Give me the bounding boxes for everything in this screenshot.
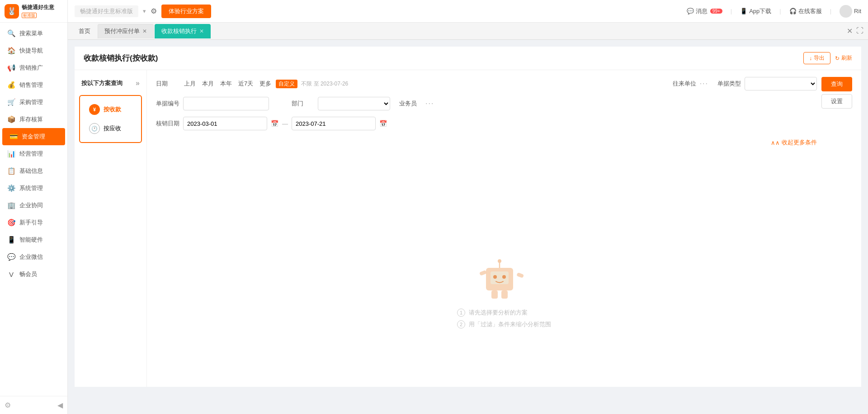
date-shortcuts: 上月 本月 本年 近7天 更多 自定义 (182, 79, 297, 89)
settings-btn[interactable]: 设置 (821, 94, 852, 109)
filter-panel: 按以下方案查询 » ¥ 按收款 🕐 按应收 (75, 70, 147, 387)
verify-date-start[interactable] (183, 117, 267, 130)
sidebar-item-nav[interactable]: 🏠 快捷导航 (0, 42, 67, 59)
svg-rect-5 (516, 272, 524, 278)
logo-badge: 标准版 (22, 13, 37, 18)
user-profile-btn[interactable]: Rit (840, 5, 861, 18)
partner-field: 往来单位 ··· (673, 80, 708, 88)
filter-item-receipt[interactable]: ¥ 按收款 (82, 100, 139, 119)
page-header-actions: ↓ 导出 ↻ 刷新 (803, 52, 852, 64)
topbar-settings-icon[interactable]: ⚙ (151, 7, 157, 15)
doc-type-field: 单据类型 (717, 77, 817, 90)
filter-panel-title: 按以下方案查询 » (75, 77, 146, 93)
page-header: 收款核销执行(按收款) ↓ 导出 ↻ 刷新 (75, 47, 861, 70)
collapse-more-btn[interactable]: ∧∧ 收起更多条件 (156, 137, 817, 148)
expand-icon[interactable]: ⛶ (856, 27, 863, 35)
logo-icon: 🐰 (5, 4, 19, 19)
cal-start-icon[interactable]: 📅 (271, 120, 278, 127)
sidebar-item-vip[interactable]: V 畅会员 (0, 266, 67, 283)
shortcut-this-month[interactable]: 本月 (200, 79, 216, 89)
shortcut-last7days[interactable]: 近7天 (236, 79, 255, 89)
doc-type-select[interactable] (745, 77, 817, 90)
shortcut-last-month[interactable]: 上月 (182, 79, 198, 89)
system-icon: ⚙️ (7, 184, 16, 192)
username: Rit (854, 8, 861, 14)
topbar-dropdown-arrow[interactable]: ▾ (143, 8, 146, 14)
svg-rect-7 (501, 290, 508, 299)
topbar-brand: 畅捷通好生意标准版 (75, 5, 138, 17)
query-btn[interactable]: 查询 (821, 77, 852, 91)
filter-item-receivable[interactable]: 🕐 按应收 (82, 119, 139, 138)
refresh-icon: ↻ (835, 55, 840, 62)
tab-close-prepay[interactable]: ✕ (142, 28, 147, 34)
hint-2: 2 用「过滤」条件来缩小分析范围 (457, 320, 551, 328)
svg-rect-6 (491, 290, 498, 299)
export-btn[interactable]: ↓ 导出 (803, 52, 830, 64)
sidebar-item-hardware[interactable]: 📱 智能硬件 (0, 231, 67, 248)
tab-close-collection[interactable]: ✕ (199, 28, 204, 34)
svg-rect-4 (479, 270, 487, 276)
verify-date-end[interactable] (292, 117, 376, 130)
sidebar-menu: 🔍 搜索菜单 🏠 快捷导航 📢 营销推广 💰 销售管理 🛒 采购管理 📦 库存核… (0, 23, 67, 396)
collapse-sidebar-icon[interactable]: ◀ (57, 401, 63, 409)
empty-state: 1 请先选择要分析的方案 2 用「过滤」条件来缩小分析范围 (147, 199, 861, 387)
dept-select[interactable] (318, 97, 390, 110)
page-content: 收款核销执行(按收款) ↓ 导出 ↻ 刷新 按以下方案查询 » (68, 40, 868, 414)
search-icon: 🔍 (7, 29, 16, 38)
messages-badge: 99+ (710, 9, 722, 14)
svg-point-3 (502, 275, 506, 279)
sales-icon: 💰 (7, 81, 16, 89)
sidebar-item-basics[interactable]: 📋 基础信息 (0, 162, 67, 180)
home-icon: 🏠 (7, 47, 16, 55)
sidebar-item-operations[interactable]: 📊 经营管理 (0, 145, 67, 162)
tab-prepay[interactable]: 预付冲应付单 ✕ (98, 24, 154, 38)
date-custom-tag[interactable]: 自定义 (276, 80, 297, 88)
partner-dots: ··· (700, 80, 708, 88)
sidebar-item-purchase[interactable]: 🛒 采购管理 (0, 94, 67, 111)
sidebar-item-guide[interactable]: 🎯 新手引导 (0, 214, 67, 231)
settings-footer-icon[interactable]: ⚙ (5, 401, 11, 409)
close-tab-icon[interactable]: ✕ (847, 27, 853, 35)
operations-icon: 📊 (7, 150, 16, 158)
tab-collection[interactable]: 收款核销执行 ✕ (155, 24, 211, 38)
verify-date-field: 核销日期 📅 — 📅 (156, 117, 387, 130)
right-panel: 日期 上月 本月 本年 近7天 更多 自定义 不 (147, 70, 861, 387)
query-fields: 日期 上月 本月 本年 近7天 更多 自定义 不 (156, 77, 817, 148)
doc-num-input[interactable] (183, 97, 269, 110)
tab-home[interactable]: 首页 (72, 24, 97, 38)
online-service-btn[interactable]: 🎧 在线客服 (789, 7, 822, 15)
sidebar-item-sales[interactable]: 💰 销售管理 (0, 76, 67, 94)
avatar (840, 5, 852, 18)
sidebar-item-marketing[interactable]: 📢 营销推广 (0, 59, 67, 76)
capital-icon: 💳 (9, 133, 18, 141)
sidebar-item-inventory[interactable]: 📦 库存核算 (0, 111, 67, 128)
main-area: 畅捷通好生意标准版 ▾ ⚙ 体验行业方案 💬 消息 99+ | 📱 App下载 … (68, 0, 868, 414)
app-download-btn[interactable]: 📱 App下载 (740, 7, 771, 15)
sidebar-item-capital[interactable]: 💳 资金管理 (2, 128, 65, 145)
sidebar-item-system[interactable]: ⚙️ 系统管理 (0, 180, 67, 197)
dept-field: 部门 (292, 97, 390, 110)
empty-illustration (477, 254, 527, 300)
collapse-icon: ∧∧ (771, 139, 780, 146)
sidebar-item-search[interactable]: 🔍 搜索菜单 (0, 25, 67, 42)
industry-btn[interactable]: 体验行业方案 (161, 5, 211, 18)
topbar: 畅捷通好生意标准版 ▾ ⚙ 体验行业方案 💬 消息 99+ | 📱 App下载 … (68, 0, 868, 23)
guide-icon: 🎯 (7, 219, 16, 227)
salesperson-field: 业务员 ··· (399, 100, 434, 108)
salesperson-dots: ··· (425, 100, 434, 108)
messages-btn[interactable]: 💬 消息 99+ (687, 7, 722, 15)
query-row-1: 日期 上月 本月 本年 近7天 更多 自定义 不 (156, 77, 817, 90)
shortcut-this-year[interactable]: 本年 (218, 79, 234, 89)
cal-end-icon[interactable]: 📅 (379, 120, 387, 127)
shortcut-more[interactable]: 更多 (258, 79, 273, 89)
empty-icon-container (477, 254, 531, 300)
filter-collapse-icon[interactable]: » (136, 79, 140, 87)
tabbar: 首页 预付冲应付单 ✕ 收款核销执行 ✕ ✕ ⛶ (68, 23, 868, 40)
refresh-btn[interactable]: ↻ 刷新 (835, 52, 852, 64)
sidebar-item-enterprise[interactable]: 🏢 企业协同 (0, 197, 67, 214)
sidebar-item-wechat[interactable]: 💬 企业微信 (0, 248, 67, 266)
query-area: 日期 上月 本月 本年 近7天 更多 自定义 不 (147, 70, 861, 199)
hardware-icon: 📱 (7, 236, 16, 244)
svg-point-9 (498, 259, 501, 263)
sidebar: 🐰 畅捷通好生意 标准版 🔍 搜索菜单 🏠 快捷导航 📢 营销推广 💰 销售管理… (0, 0, 68, 414)
